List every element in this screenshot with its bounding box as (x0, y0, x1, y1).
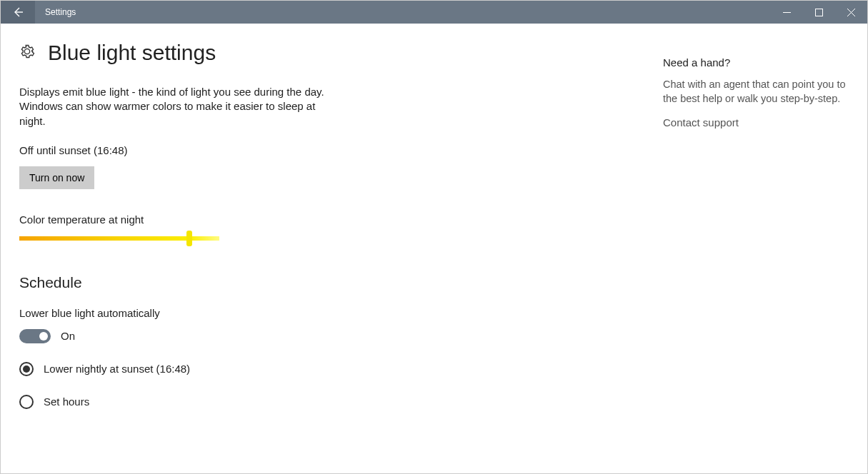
contact-support-link[interactable]: Contact support (663, 116, 849, 128)
page-description: Displays emit blue light - the kind of l… (19, 85, 341, 128)
help-sidebar: Need a hand? Chat with an agent that can… (663, 41, 849, 473)
close-icon (847, 9, 855, 16)
window-title: Settings (45, 7, 771, 17)
help-text: Chat with an agent that can point you to… (663, 77, 849, 106)
svg-rect-0 (816, 9, 823, 16)
minimize-button[interactable] (771, 1, 803, 24)
window-controls (771, 1, 867, 24)
radio-set-hours[interactable]: Set hours (19, 395, 498, 409)
gear-icon (19, 44, 35, 62)
maximize-button[interactable] (803, 1, 835, 24)
toggle-state-label: On (61, 330, 75, 342)
slider-thumb[interactable] (186, 231, 192, 246)
minimize-icon (783, 9, 791, 16)
page-title: Blue light settings (48, 41, 216, 65)
status-text: Off until sunset (16:48) (19, 144, 498, 156)
color-temp-label: Color temperature at night (19, 213, 498, 226)
color-temp-slider[interactable] (19, 236, 219, 241)
schedule-heading: Schedule (19, 274, 498, 291)
radio-sunset-label: Lower nightly at sunset (16:48) (44, 363, 190, 375)
auto-lower-toggle[interactable] (19, 329, 51, 343)
arrow-left-icon (12, 6, 24, 18)
help-heading: Need a hand? (663, 56, 849, 69)
turn-on-button[interactable]: Turn on now (19, 166, 94, 189)
auto-lower-label: Lower blue light automatically (19, 307, 498, 319)
radio-button (19, 362, 34, 376)
titlebar: Settings (1, 1, 867, 24)
radio-button (19, 395, 34, 409)
radio-dot (23, 365, 30, 373)
maximize-icon (815, 9, 823, 16)
page-header: Blue light settings (19, 41, 498, 65)
close-button[interactable] (835, 1, 867, 24)
radio-set-hours-label: Set hours (44, 395, 89, 408)
back-button[interactable] (1, 1, 35, 24)
toggle-knob (39, 332, 48, 341)
radio-sunset[interactable]: Lower nightly at sunset (16:48) (19, 362, 498, 376)
